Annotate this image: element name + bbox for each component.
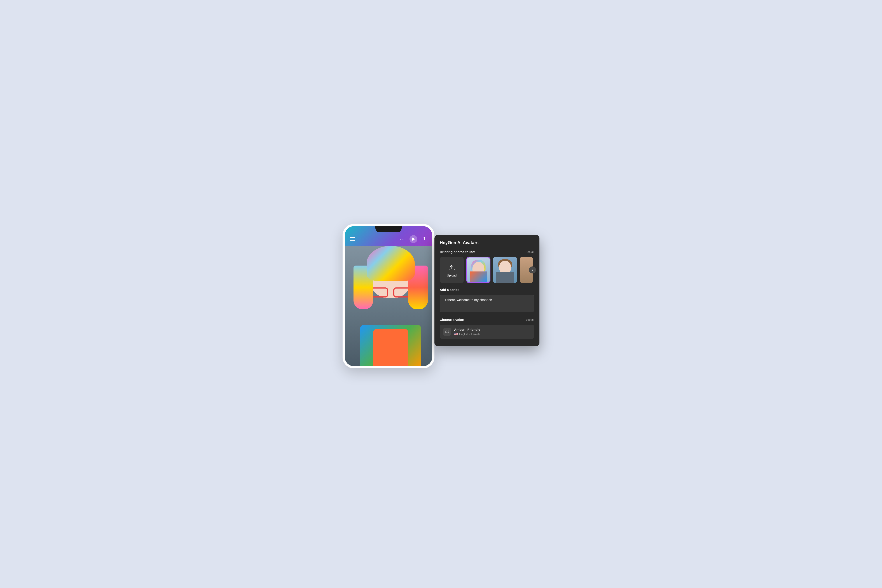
next-avatars-button[interactable]: › (529, 266, 536, 273)
avatar-thumb-2-art (493, 257, 517, 283)
voice-section-header: Choose a voice See all (440, 318, 534, 322)
heygen-panel: HeyGen AI Avatars ··· Or bring photos to… (434, 235, 539, 346)
avatar-background (345, 226, 432, 366)
panel-more-icon[interactable]: ··· (528, 240, 534, 245)
thumb-body-2 (496, 272, 514, 283)
avatar-glasses (371, 287, 410, 298)
avatar-thumb-1[interactable] (466, 257, 490, 283)
photos-section-title: Or bring photos to life! (440, 250, 475, 254)
play-button[interactable] (410, 235, 417, 243)
panel-header: HeyGen AI Avatars ··· (440, 240, 534, 245)
thumb-head-2 (499, 261, 511, 274)
photos-see-all[interactable]: See all (525, 250, 534, 254)
avatar-shirt (373, 329, 408, 366)
avatar-thumb-1-art (467, 258, 490, 282)
voice-item[interactable]: Amber - Friendly 🇺🇸 English - Female (440, 325, 534, 339)
more-options-icon[interactable]: ··· (400, 237, 405, 242)
phone-mockup: ··· (343, 224, 434, 368)
panel-title: HeyGen AI Avatars (440, 240, 478, 245)
photos-section-header: Or bring photos to life! See all (440, 250, 534, 254)
glasses-frame-left (371, 287, 388, 297)
glasses-bridge (388, 291, 393, 291)
voice-section-title: Choose a voice (440, 318, 464, 322)
glasses-frame-right (393, 287, 410, 297)
voice-flag: 🇺🇸 (454, 332, 458, 336)
voice-name: Amber - Friendly (454, 328, 481, 332)
avatar-body (360, 325, 422, 366)
upload-icon (447, 263, 456, 272)
voice-language: English - Female (459, 333, 481, 336)
voice-see-all[interactable]: See all (525, 318, 534, 321)
thumb-body-1 (470, 272, 487, 282)
avatar-thumb-2[interactable] (493, 257, 517, 283)
script-input[interactable] (440, 295, 534, 312)
voice-info: Amber - Friendly 🇺🇸 English - Female (454, 328, 481, 336)
phone-header-right: ··· (400, 235, 427, 243)
share-icon[interactable] (422, 237, 427, 242)
script-section: Add a script (440, 288, 534, 313)
upload-button[interactable]: Upload (440, 257, 464, 283)
voice-meta: 🇺🇸 English - Female (454, 332, 481, 336)
voice-section: Choose a voice See all Amber - Friendly … (440, 318, 534, 339)
avatar-hair-top (367, 246, 415, 281)
voice-speaker-icon (443, 328, 451, 336)
hamburger-icon[interactable] (350, 237, 355, 241)
scene: ··· (343, 218, 539, 370)
script-section-title: Add a script (440, 288, 459, 292)
avatars-row: Upload (440, 257, 534, 283)
phone-notch (375, 226, 402, 232)
script-section-header: Add a script (440, 288, 534, 292)
upload-label: Upload (447, 274, 456, 277)
avatar-figure (347, 244, 432, 366)
